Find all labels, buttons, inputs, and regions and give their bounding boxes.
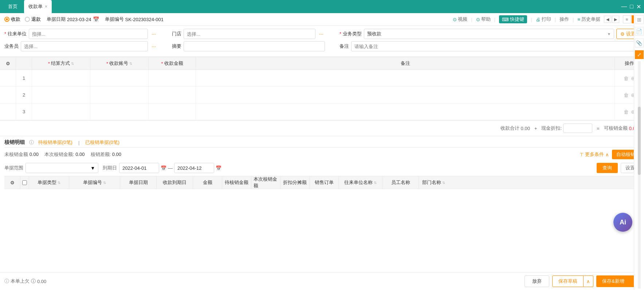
- scrollbar-thumb[interactable]: [638, 107, 641, 175]
- filter-actions: 查询 设置: [597, 163, 640, 173]
- td-settle-3[interactable]: [32, 103, 90, 120]
- sidebar-expand-icon[interactable]: ⤢: [635, 50, 644, 59]
- summary-input[interactable]: [184, 41, 325, 51]
- select-all-checkbox[interactable]: [22, 180, 27, 185]
- view-list-btn[interactable]: ≡: [623, 15, 631, 23]
- filter-icon: ⊤: [580, 152, 584, 157]
- toolbar: 收款 退款 单据日期 2023-03-24 📅 单据编号 SK-20230324…: [0, 13, 644, 26]
- td-account-1[interactable]: [90, 70, 149, 86]
- table-row: 2 🗑 ⊕: [0, 87, 644, 103]
- plus-sign: +: [534, 126, 537, 131]
- tab-receipt[interactable]: 收款单 ×: [24, 0, 52, 13]
- bth-checkbox[interactable]: [20, 176, 29, 189]
- tab-pending[interactable]: 待核销单据(0笔): [38, 139, 72, 146]
- scrollbar[interactable]: [638, 61, 641, 289]
- draft-btn-group: 保存草稿 ∧: [552, 275, 593, 287]
- bth-no-sort-icon[interactable]: ⇅: [103, 181, 106, 185]
- bth-customer-sort-icon[interactable]: ⇅: [374, 181, 377, 185]
- td-settle-1[interactable]: [32, 70, 90, 86]
- footer: ⓘ 本单上欠 ⓘ 0.00 放弃 保存草稿 ∧ 保存&新增 ∧: [0, 272, 644, 290]
- abandon-btn[interactable]: 放弃: [525, 275, 549, 287]
- due-to-input[interactable]: [174, 163, 214, 173]
- staff-more-btn[interactable]: ···: [150, 43, 157, 49]
- bth-settings[interactable]: ⚙: [4, 176, 20, 189]
- draft-arrow-btn[interactable]: ∧: [584, 275, 593, 287]
- tab-verified[interactable]: 已核销单据(0笔): [85, 139, 119, 146]
- td-remark-2[interactable]: [196, 87, 615, 103]
- bth-amount: 金额: [193, 176, 222, 189]
- td-settle-2[interactable]: [32, 87, 90, 103]
- nav-prev-btn[interactable]: ◀: [604, 16, 611, 23]
- due-label: 到期日: [103, 165, 117, 171]
- due-from-input[interactable]: [119, 163, 159, 173]
- stat-unchecked: 未核销金额 0.00: [4, 151, 39, 158]
- save-btn[interactable]: 保存&新增: [596, 275, 630, 287]
- partner-input[interactable]: [29, 29, 148, 39]
- help-btn[interactable]: ⊙ 帮助: [476, 16, 491, 23]
- due-from-calendar-icon[interactable]: 📅: [161, 165, 166, 171]
- range-select[interactable]: ▼: [25, 163, 98, 173]
- th-settings[interactable]: ⚙: [0, 57, 16, 70]
- td-amount-1[interactable]: [149, 70, 196, 86]
- partner-more-btn[interactable]: ···: [150, 31, 157, 37]
- biz-type-select[interactable]: 预收款 ▼: [364, 29, 614, 39]
- delete-icon-3[interactable]: 🗑: [624, 109, 629, 115]
- th-settle-sort-icon[interactable]: ⇅: [71, 62, 74, 66]
- nav-next-btn[interactable]: ▶: [612, 16, 619, 23]
- staff-input[interactable]: [21, 41, 148, 51]
- discount-input[interactable]: [563, 124, 592, 133]
- help-icon: ⊙: [476, 17, 480, 22]
- td-remark-3[interactable]: [196, 103, 615, 120]
- note-input[interactable]: [351, 41, 640, 51]
- radio-receipt[interactable]: 收款: [4, 16, 20, 23]
- sidebar-doc-icon[interactable]: 📄: [635, 27, 644, 36]
- query-btn[interactable]: 查询: [597, 163, 618, 173]
- operation-btn[interactable]: 操作: [559, 16, 569, 23]
- td-amount-2[interactable]: [149, 87, 196, 103]
- footer-info-icon[interactable]: ⓘ: [4, 278, 9, 285]
- history-btn[interactable]: ≡ 历史单据: [577, 16, 600, 23]
- ai-button[interactable]: Ai: [613, 213, 632, 232]
- tab-close-icon[interactable]: ×: [45, 4, 47, 9]
- bth-type-sort-icon[interactable]: ⇅: [58, 181, 60, 185]
- radio-refund-label: 退款: [31, 16, 41, 23]
- td-account-3[interactable]: [90, 103, 149, 120]
- window-close-icon[interactable]: ✕: [636, 3, 641, 10]
- store-more-btn[interactable]: ···: [318, 31, 325, 37]
- total-amount: 收款合计 0.00: [500, 125, 530, 132]
- sidebar-table-icon[interactable]: ⊞: [635, 15, 644, 24]
- note-field: 备注: [339, 41, 640, 51]
- due-to-calendar-icon[interactable]: 📅: [216, 165, 221, 171]
- td-remark-1[interactable]: [196, 70, 615, 86]
- video-btn[interactable]: ⊙ 视频: [453, 16, 467, 23]
- th-settle: * 结算方式 ⇅: [32, 57, 90, 70]
- settings-gear-icon: ⚙: [620, 31, 625, 37]
- delete-icon-2[interactable]: 🗑: [624, 92, 629, 98]
- help-label: 帮助: [481, 16, 491, 23]
- draft-btn[interactable]: 保存草稿: [552, 275, 584, 287]
- date-calendar-icon[interactable]: 📅: [93, 16, 99, 22]
- biz-type-field: * 业务类型 预收款 ▼ ⚙ 设置: [339, 29, 640, 39]
- divider2: |: [494, 17, 495, 22]
- print-btn[interactable]: 🖨 打印: [536, 16, 551, 23]
- filter-more-btn[interactable]: ⊤ 更多条件 ∧: [580, 151, 609, 158]
- bth-dept: 部门名称 ⇅: [419, 176, 448, 189]
- bth-dept-sort-icon[interactable]: ⇅: [442, 181, 445, 185]
- sidebar-attach-icon[interactable]: 📎: [635, 39, 644, 47]
- td-amount-3[interactable]: [149, 103, 196, 120]
- td-account-2[interactable]: [90, 87, 149, 103]
- window-minimize-icon[interactable]: —: [621, 3, 627, 10]
- delete-icon-1[interactable]: 🗑: [624, 75, 629, 81]
- th-account-sort-icon[interactable]: ⇅: [129, 62, 132, 66]
- bth-date: 单据日期: [120, 176, 157, 189]
- radio-refund[interactable]: 退款: [25, 16, 41, 23]
- shortcut-btn[interactable]: ⌨ 快捷键: [499, 15, 527, 23]
- date-label: 单据日期: [47, 16, 66, 23]
- window-maximize-icon[interactable]: □: [630, 3, 633, 10]
- verify-info-icon[interactable]: ⓘ: [29, 139, 34, 146]
- tab-home[interactable]: 首页: [3, 0, 23, 13]
- divider1: |: [471, 17, 472, 22]
- range-arrow-icon: ▼: [90, 165, 95, 171]
- store-input[interactable]: [184, 29, 315, 39]
- table-row: 3 🗑 ⊕: [0, 103, 644, 120]
